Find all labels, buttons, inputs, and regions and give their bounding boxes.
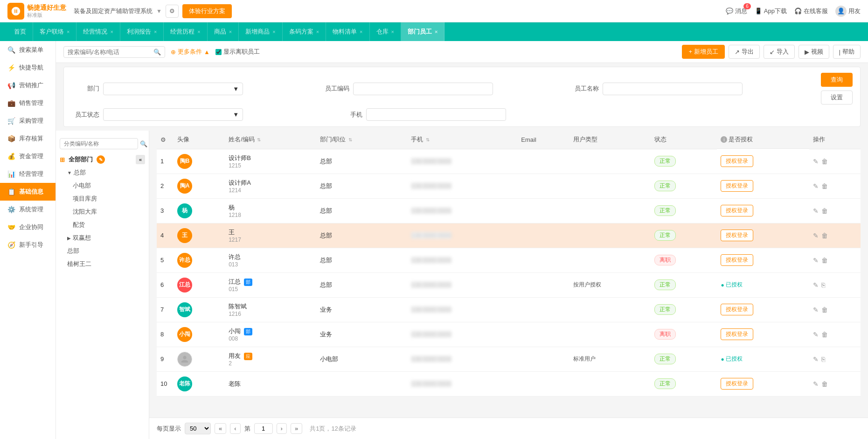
help-button[interactable]: | 帮助 [833, 45, 861, 59]
auth-button[interactable]: 授权登录 [721, 254, 753, 266]
sidebar-item-purchase[interactable]: 🛒 采购管理 [0, 112, 56, 130]
edit-button[interactable]: ✎ [813, 158, 819, 165]
sidebar-item-inventory[interactable]: 📦 库存核算 [0, 130, 56, 147]
sidebar-item-sales[interactable]: 💼 销售管理 [0, 94, 56, 112]
close-operations-icon[interactable]: × [110, 29, 113, 35]
search-input[interactable] [68, 49, 152, 56]
dept-select[interactable]: ▼ [103, 83, 243, 95]
gear-button[interactable]: ⚙ [166, 5, 179, 18]
edit-button[interactable]: ✎ [813, 257, 819, 264]
edit-button[interactable]: ✎ [813, 232, 819, 239]
close-history-icon[interactable]: × [197, 29, 200, 35]
delete-button[interactable]: 🗑 [821, 207, 828, 215]
tab-new-goods[interactable]: 新增商品 × [239, 22, 282, 41]
edit-button[interactable]: ✎ [813, 380, 819, 388]
auth-button[interactable]: 授权登录 [721, 180, 753, 192]
emp-code-input[interactable] [353, 83, 493, 95]
show-resigned-toggle[interactable]: 显示离职员工 [215, 48, 260, 56]
sidebar-item-search[interactable]: 🔍 搜索菜单 [0, 41, 56, 59]
edit-button[interactable]: ✎ [813, 306, 819, 314]
sidebar-item-operations[interactable]: 📊 经营管理 [0, 165, 56, 183]
col-name[interactable]: 姓名/编码 ⇅ [225, 131, 316, 149]
dept-tree-item-shuangyingxiang[interactable]: ▶ 双赢想 [56, 231, 149, 244]
auth-button[interactable]: 授权登录 [721, 304, 753, 315]
delete-button[interactable]: 🗑 [821, 331, 828, 338]
copy-button[interactable]: ⎘ [821, 281, 825, 289]
dept-tree-item-shenyang[interactable]: 沈阳大库 [56, 205, 149, 218]
more-conditions-btn[interactable]: ⊕ 更多条件 ▲ [171, 48, 210, 56]
auth-button[interactable]: 授权登录 [721, 205, 753, 216]
import-button[interactable]: ↙ 导入 [764, 45, 795, 59]
col-dept[interactable]: 部门/职位 ⇅ [316, 131, 408, 149]
col-phone[interactable]: 手机 ⇅ [407, 131, 517, 149]
first-page-btn[interactable]: « [215, 423, 226, 434]
close-profit-icon[interactable]: × [154, 29, 157, 35]
sidebar-item-collab[interactable]: 🤝 企业协同 [0, 218, 56, 236]
online-service-button[interactable]: 🎧 在线客服 [794, 7, 828, 15]
tab-employees[interactable]: 部门员工 × [401, 22, 444, 41]
edit-icon[interactable]: ✎ [97, 155, 105, 164]
delete-button[interactable]: 🗑 [821, 158, 828, 165]
tab-operations[interactable]: 经营情况 × [76, 22, 120, 41]
auth-button[interactable]: 授权登录 [721, 230, 753, 241]
tab-barcode[interactable]: 条码方案 × [283, 22, 326, 41]
message-button[interactable]: 💬 消息 6 [726, 7, 747, 15]
delete-button[interactable]: 🗑 [821, 182, 828, 190]
show-resigned-checkbox[interactable] [215, 49, 222, 55]
edit-button[interactable]: ✎ [813, 331, 819, 338]
edit-button[interactable]: ✎ [813, 355, 819, 363]
tab-bom[interactable]: 物料清单 × [326, 22, 369, 41]
edit-button[interactable]: ✎ [813, 182, 819, 190]
delete-button[interactable]: 🗑 [821, 306, 828, 314]
close-goods-icon[interactable]: × [229, 29, 232, 35]
query-button[interactable]: 查询 [821, 73, 853, 87]
dept-tree-item-zongbu[interactable]: ▼ 总部 [56, 166, 149, 179]
emp-name-input[interactable] [603, 83, 743, 95]
tab-history[interactable]: 经营历程 × [164, 22, 207, 41]
sidebar-item-basic[interactable]: 📋 基础信息 [0, 183, 56, 201]
sidebar-item-marketing[interactable]: 📢 营销推广 [0, 77, 56, 94]
dept-search-input[interactable] [60, 138, 138, 149]
delete-button[interactable]: 🗑 [821, 380, 828, 388]
add-employee-button[interactable]: + 新增员工 [682, 45, 724, 59]
delete-button[interactable]: 🗑 [821, 257, 828, 264]
dept-tree-item-zongbu2[interactable]: 总部 [56, 244, 149, 258]
dept-search-icon[interactable]: 🔍 [140, 140, 147, 147]
auth-button[interactable]: 授权登录 [721, 378, 753, 390]
sidebar-item-system[interactable]: ⚙️ 系统管理 [0, 201, 56, 218]
auth-button[interactable]: 授权登录 [721, 328, 753, 340]
close-barcode-icon[interactable]: × [316, 29, 319, 35]
last-page-btn[interactable]: » [291, 423, 302, 434]
tab-profit[interactable]: 利润报告 × [120, 22, 164, 41]
next-page-btn[interactable]: › [277, 423, 287, 434]
view-button[interactable]: ▶ 视频 [799, 45, 829, 59]
sidebar-item-finance[interactable]: 💰 资金管理 [0, 147, 56, 165]
close-new-goods-icon[interactable]: × [272, 29, 275, 35]
tab-goods[interactable]: 商品 × [208, 22, 239, 41]
edit-button[interactable]: ✎ [813, 281, 819, 289]
auth-button[interactable]: 授权登录 [721, 155, 753, 167]
copy-button[interactable]: ⎘ [821, 355, 825, 363]
dept-tree-item-planting[interactable]: 植树王二 [56, 258, 149, 271]
phone-input[interactable] [366, 108, 506, 121]
delete-button[interactable]: 🗑 [821, 232, 828, 239]
dept-tree-item-peihuo[interactable]: 配货 [56, 218, 149, 231]
per-page-select[interactable]: 50 20 100 [185, 423, 211, 434]
system-dropdown-arrow[interactable]: ▼ [156, 8, 162, 14]
collapse-panel-btn[interactable]: « [136, 155, 145, 164]
close-warehouse-icon[interactable]: × [391, 29, 394, 35]
sidebar-item-quicknav[interactable]: ⚡ 快捷导航 [0, 59, 56, 77]
trial-button[interactable]: 体验行业方案 [182, 4, 232, 18]
export-button[interactable]: ↗ 导出 [729, 45, 760, 59]
close-bom-icon[interactable]: × [360, 29, 362, 35]
col-settings[interactable]: ⚙ [157, 131, 174, 149]
close-employees-icon[interactable]: × [435, 29, 437, 35]
page-input[interactable] [254, 423, 273, 434]
tab-customer[interactable]: 客户联络 × [33, 22, 76, 41]
edit-button[interactable]: ✎ [813, 207, 819, 215]
search-icon-btn[interactable]: 🔍 [153, 49, 161, 56]
tab-home[interactable]: 首页 [7, 22, 33, 41]
prev-page-btn[interactable]: ‹ [230, 423, 240, 434]
dept-tree-item-xiaodian[interactable]: 小电部 [56, 179, 149, 192]
tab-warehouse[interactable]: 仓库 × [370, 22, 401, 41]
